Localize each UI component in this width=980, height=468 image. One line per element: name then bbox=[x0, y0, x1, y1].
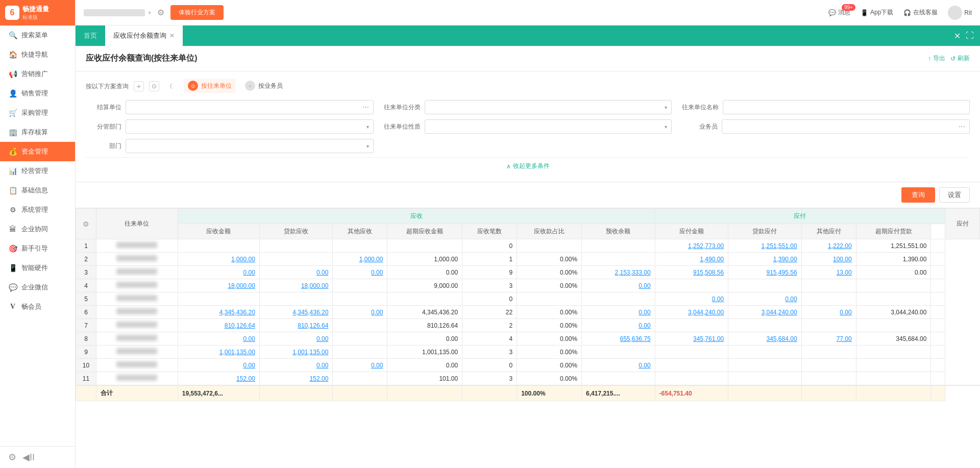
logo-name: 畅捷通量 bbox=[22, 5, 49, 14]
footer-ar-ratio: 100.00% bbox=[517, 385, 582, 401]
sidebar-item-hardware[interactable]: 📱 智能硬件 bbox=[0, 258, 75, 278]
row-ar-overdue: 101.00 bbox=[387, 372, 462, 386]
home-icon: 🏠 bbox=[8, 51, 17, 59]
department-select[interactable]: ▾ bbox=[126, 139, 374, 153]
row-ar-ratio: 0.00% bbox=[517, 306, 582, 319]
unit-name-input[interactable] bbox=[723, 100, 970, 114]
service-icon: 🎧 bbox=[903, 9, 911, 16]
collapse-button[interactable]: ∧ 收起更多条件 bbox=[506, 162, 550, 170]
sidebar-item-operation[interactable]: 📊 经营管理 bbox=[0, 161, 75, 181]
filter-add-button[interactable]: + bbox=[134, 81, 144, 91]
close-window-icon[interactable]: ✕ bbox=[954, 31, 961, 41]
row-ap-overdue: 3,044,240.00 bbox=[856, 306, 931, 319]
expand-window-icon[interactable]: ⛶ bbox=[966, 31, 974, 40]
row-partner bbox=[96, 306, 178, 319]
row-ar-amount: 0.00 bbox=[178, 332, 259, 346]
topbar-gear-icon[interactable]: ⚙ bbox=[157, 8, 164, 17]
row-ap-amount bbox=[655, 319, 728, 332]
filter-unit-nature: 往来单位性质 ▾ bbox=[384, 119, 672, 134]
salesperson-input[interactable]: ··· bbox=[722, 119, 970, 134]
filter-arrow-button[interactable]: 《 bbox=[164, 81, 175, 91]
row-ar-overdue: 4,345,436.20 bbox=[387, 306, 462, 319]
sales-icon: 👤 bbox=[8, 89, 17, 97]
row-ap-cont bbox=[931, 266, 945, 279]
row-ar-prepay bbox=[582, 253, 655, 266]
filter-by-staff[interactable]: ○ 按业务员 bbox=[241, 79, 287, 93]
collapse-label: 收起更多条件 bbox=[513, 162, 550, 170]
filter-staff-icon: ○ bbox=[245, 81, 255, 91]
sidebar-item-corp[interactable]: 🏛 企业协同 bbox=[0, 219, 75, 239]
sidebar-item-quicknav[interactable]: 🏠 快捷导航 bbox=[0, 45, 75, 64]
th-ar-ratio: 应收款占比 bbox=[517, 224, 582, 239]
row-index: 9 bbox=[76, 346, 96, 359]
sidebar-item-sales[interactable]: 👤 销售管理 bbox=[0, 84, 75, 103]
row-ar-other: 1,000.00 bbox=[333, 253, 387, 266]
sidebar-item-basic[interactable]: 📋 基础信息 bbox=[0, 181, 75, 200]
th-ap-credit: 贷款应付 bbox=[728, 224, 802, 239]
filter-unit-label: 按往来单位 bbox=[201, 82, 232, 90]
sidebar-label-guide: 新手引导 bbox=[21, 244, 48, 253]
solution-button[interactable]: 体验行业方案 bbox=[170, 5, 224, 20]
sidebar-item-search[interactable]: 🔍 搜索菜单 bbox=[0, 26, 75, 45]
unit-category-select[interactable]: ▾ bbox=[425, 100, 672, 114]
query-button[interactable]: 查询 bbox=[901, 187, 935, 203]
sidebar-item-wechat[interactable]: 💬 企业微信 bbox=[0, 278, 75, 297]
system-icon: ⚙ bbox=[8, 206, 17, 214]
tab-home[interactable]: 首页 bbox=[76, 26, 105, 46]
sidebar-item-marketing[interactable]: 📢 营销推广 bbox=[0, 64, 75, 84]
collapse-icon: ∧ bbox=[506, 163, 511, 170]
purchase-icon: 🛒 bbox=[8, 109, 17, 117]
sidebar-label-wechat: 企业微信 bbox=[21, 283, 48, 292]
row-ar-count: 9 bbox=[462, 266, 517, 279]
row-ap-amount bbox=[655, 346, 728, 359]
row-ar-count: 3 bbox=[462, 346, 517, 359]
sidebar-item-guide[interactable]: 🎯 新手引导 bbox=[0, 239, 75, 258]
sidebar-item-purchase[interactable]: 🛒 采购管理 bbox=[0, 103, 75, 122]
refresh-button[interactable]: ↺ 刷新 bbox=[950, 54, 970, 63]
unit-name-label: 往来单位名称 bbox=[682, 103, 719, 112]
settlement-unit-input[interactable]: ··· bbox=[126, 100, 374, 114]
tab-ar-query[interactable]: 应收应付余额查询 ✕ bbox=[105, 26, 183, 46]
row-ar-amount bbox=[178, 239, 259, 253]
row-index: 5 bbox=[76, 292, 96, 306]
department-arrow: ▾ bbox=[366, 143, 369, 149]
sidebar-item-finance[interactable]: 💰 资金管理 bbox=[0, 142, 75, 161]
app-download-item[interactable]: 📱 App下载 bbox=[861, 8, 893, 17]
row-ap-amount: 3,044,240.00 bbox=[655, 306, 728, 319]
filter-collapse-area: ∧ 收起更多条件 bbox=[86, 157, 970, 175]
row-partner bbox=[96, 253, 178, 266]
dept-select[interactable]: ▾ bbox=[126, 119, 374, 134]
export-button[interactable]: ↑ 导出 bbox=[928, 54, 945, 63]
row-ap-amount bbox=[655, 279, 728, 292]
row-ar-overdue: 1,000.00 bbox=[387, 253, 462, 266]
footer-ar-count bbox=[462, 385, 517, 401]
sidebar-item-inventory[interactable]: 🏢 库存核算 bbox=[0, 122, 75, 142]
message-item[interactable]: 💬 消息 99+ bbox=[828, 8, 850, 17]
setup-button[interactable]: 设置 bbox=[939, 187, 970, 203]
filter-by-unit[interactable]: ⊙ 按往来单位 bbox=[184, 79, 236, 93]
filter-settings-button[interactable]: ⊙ bbox=[149, 81, 159, 91]
sidebar-menu: 🔍 搜索菜单 🏠 快捷导航 📢 营销推广 👤 销售管理 🛒 采购管理 🏢 库存核… bbox=[0, 26, 75, 316]
sidebar-item-system[interactable]: ⚙ 系统管理 bbox=[0, 200, 75, 219]
sidebar-item-vip[interactable]: V 畅会员 bbox=[0, 297, 75, 316]
row-ap-credit: 1,251,551.00 bbox=[728, 239, 802, 253]
row-ar-ratio: 0.00% bbox=[517, 266, 582, 279]
table-row: 5 0 0.00 0.00 bbox=[76, 292, 980, 306]
tabbar: 首页 应收应付余额查询 ✕ ✕ ⛶ bbox=[76, 26, 980, 46]
user-item[interactable]: Rit bbox=[948, 6, 972, 20]
tab-close-icon[interactable]: ✕ bbox=[169, 32, 175, 39]
sidebar-label-basic: 基础信息 bbox=[21, 186, 48, 195]
row-ap-overdue bbox=[856, 346, 931, 359]
row-ar-credit bbox=[259, 239, 333, 253]
collapse-sidebar-icon[interactable]: ◀II bbox=[22, 452, 35, 463]
filter-settlement-unit: 结算单位 ··· bbox=[86, 100, 374, 114]
settings-bottom-icon[interactable]: ⚙ bbox=[8, 452, 16, 463]
row-ap-overdue bbox=[856, 279, 931, 292]
unit-nature-select[interactable]: ▾ bbox=[425, 119, 672, 134]
page-content: 应收应付余额查询(按往来单位) ↑ 导出 ↺ 刷新 按以下方案查询 + ⊙ 《 bbox=[76, 46, 980, 468]
sidebar-logo: 6 畅捷通量 标准版 bbox=[0, 0, 75, 26]
service-item[interactable]: 🎧 在线客服 bbox=[903, 8, 938, 17]
unit-nature-arrow: ▾ bbox=[665, 124, 667, 130]
th-ar-overdue: 超期应收金额 bbox=[387, 224, 462, 239]
th-gear[interactable]: ⚙ bbox=[76, 209, 96, 239]
